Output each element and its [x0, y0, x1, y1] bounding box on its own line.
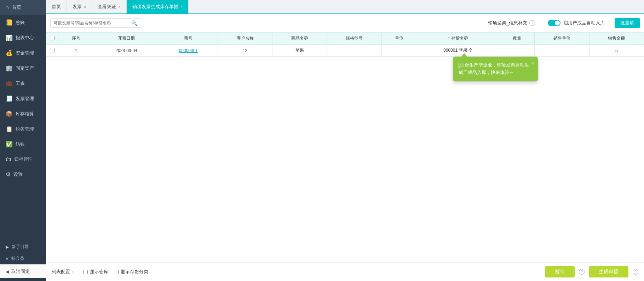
sidebar-item-member[interactable]: V 畅会员: [0, 253, 46, 264]
content-area: 🔍 销项发票_信息补充 ? 启用产成品自动入库 批量填: [46, 14, 644, 281]
sidebar-item-label: 新手引导: [12, 244, 29, 250]
toggle-wrapper: 启用产成品自动入库: [548, 20, 605, 26]
header-customer: 客户名称: [218, 33, 272, 45]
sidebar-item-label: 发票管理: [16, 96, 34, 102]
invoice-number-link[interactable]: 00000001: [179, 48, 198, 53]
cancel-fixed-label: 取消固定: [11, 268, 30, 275]
row-checkbox-cell: [46, 45, 58, 57]
sidebar-item-archive[interactable]: 🗂 归档管理: [0, 152, 46, 167]
sidebar-item-label: 工资: [16, 80, 25, 87]
sidebar-item-label: 资金管理: [16, 50, 34, 56]
header-seq: 序号: [58, 33, 94, 45]
sidebar-item-settlement[interactable]: ✅ 结账: [0, 137, 46, 152]
tab-invoice-label: 发票: [73, 4, 82, 10]
bottom-bar: 列表配置： 显示仓库 显示存货分类 暂存 ? 生成单据 ?: [46, 262, 644, 281]
tab-bar: 首页 发票 × 查看凭证 × 销项发票生成库存单据 ×: [46, 0, 644, 14]
row-date: 2023-03-04: [94, 45, 159, 57]
sidebar-item-fixed-assets[interactable]: 🏢 固定资产: [0, 61, 46, 76]
tab-cancel-invoice-close[interactable]: ×: [180, 5, 183, 9]
sidebar-item-report-center[interactable]: 📊 报表中心: [0, 30, 46, 45]
row-spec: [327, 45, 381, 57]
sidebar-item-inventory[interactable]: 📦 库存核算: [0, 106, 46, 121]
table-row: 1 2023-03-04 00000001 12 苹果 000001 苹果 个 …: [46, 45, 644, 57]
tooltip-popup: × |适合生产型企业，销项发票自动生成产成品入库，快来体验～: [453, 57, 538, 81]
tab-cancel-invoice[interactable]: 销项发票生成库存单据 ×: [127, 0, 189, 13]
cancel-fixed-button[interactable]: ◀ 取消固定: [0, 264, 46, 278]
tooltip-close-button[interactable]: ×: [531, 59, 534, 67]
row-unit: [381, 45, 417, 57]
tab-view-voucher-label: 查看凭证: [98, 4, 116, 10]
info-icon[interactable]: ?: [529, 20, 535, 26]
save-info-icon[interactable]: ?: [579, 269, 585, 275]
info-label-area: 销项发票_信息补充 ?: [488, 20, 535, 26]
sidebar-item-payroll[interactable]: 💼 工资: [0, 76, 46, 91]
auto-warehouse-toggle[interactable]: [548, 20, 560, 26]
show-category-checkbox[interactable]: [114, 270, 119, 274]
sidebar-item-label: 固定资产: [16, 65, 34, 71]
header-product: 商品名称: [272, 33, 327, 45]
info-text: 销项发票_信息补充: [488, 20, 527, 26]
save-button[interactable]: 暂存: [545, 266, 575, 277]
sidebar-item-fund-management[interactable]: 💰 资金管理: [0, 45, 46, 61]
header-inventory: * 存货名称: [417, 33, 499, 45]
tab-view-voucher[interactable]: 查看凭证 ×: [92, 0, 126, 13]
archive-icon: 🗂: [6, 156, 11, 162]
sidebar-item-home[interactable]: ⌂ 首页: [0, 0, 46, 15]
tax-icon: 📋: [6, 126, 13, 132]
tab-home-label: 首页: [52, 4, 61, 10]
search-icon: 🔍: [131, 20, 137, 26]
sidebar-item-new-guide[interactable]: ▶ 新手引导: [0, 241, 46, 253]
list-config-label: 列表配置：: [52, 269, 75, 275]
tab-cancel-invoice-label: 销项发票生成库存单据: [132, 4, 178, 10]
show-warehouse-text: 显示仓库: [90, 269, 108, 275]
sidebar-item-label: 税务管理: [16, 126, 34, 132]
sidebar: ⌂ 首页 📒 总账 📊 报表中心 💰 资金管理 🏢 固定资产 💼 工资 🧾 发票…: [0, 0, 46, 281]
row-inventory[interactable]: 000001 苹果 个: [417, 45, 499, 57]
show-warehouse-label[interactable]: 显示仓库: [83, 269, 108, 275]
header-number: 票号: [159, 33, 218, 45]
toolbar: 🔍 销项发票_信息补充 ? 启用产成品自动入库 批量填: [46, 14, 644, 32]
bottom-actions: 暂存 ? 生成单据 ?: [545, 266, 638, 277]
row-number[interactable]: 00000001: [159, 45, 218, 57]
header-date: 开票日期: [94, 33, 159, 45]
row-price[interactable]: [535, 45, 589, 57]
row-checkbox[interactable]: [50, 48, 54, 52]
generate-info-icon[interactable]: ?: [633, 269, 638, 275]
show-warehouse-checkbox[interactable]: [83, 270, 88, 274]
header-unit: 单位: [381, 33, 417, 45]
sidebar-item-general-ledger[interactable]: 📒 总账: [0, 15, 46, 30]
sidebar-item-tax-management[interactable]: 📋 税务管理: [0, 121, 46, 137]
tab-invoice[interactable]: 发票 ×: [67, 0, 92, 13]
guide-icon: ▶: [6, 245, 9, 250]
header-price: 销售单价: [535, 33, 589, 45]
settlement-icon: ✅: [6, 141, 13, 148]
row-customer: 12: [218, 45, 272, 57]
member-icon: V: [6, 256, 8, 261]
tooltip-text: 适合生产型企业，销项发票自动生成产成品入库，快来体验～: [459, 62, 529, 75]
select-all-checkbox[interactable]: [50, 36, 54, 40]
settings-icon: ⚙: [6, 171, 11, 178]
generate-button[interactable]: 生成单据: [589, 266, 628, 277]
sidebar-item-settings[interactable]: ⚙ 设置: [0, 167, 46, 182]
sidebar-item-label: 首页: [12, 4, 21, 11]
header-qty: 数量: [499, 33, 535, 45]
row-product: 苹果: [272, 45, 327, 57]
toggle-knob: [555, 21, 560, 25]
sidebar-item-label: 报表中心: [16, 35, 34, 41]
report-icon: 📊: [6, 34, 13, 41]
search-input[interactable]: [53, 21, 131, 25]
home-icon: ⌂: [6, 4, 9, 11]
sidebar-item-invoice-management[interactable]: 🧾 发票管理: [0, 91, 46, 106]
row-qty[interactable]: [499, 45, 535, 57]
table-header-row: 序号 开票日期 票号 客户名称 商品名称 规格型号 单位 * 存货名称 数量 销…: [46, 33, 644, 45]
tab-view-voucher-close[interactable]: ×: [118, 5, 120, 9]
sidebar-item-label: 设置: [13, 171, 23, 178]
cancel-fixed-icon: ◀: [6, 269, 9, 274]
invoice-icon: 🧾: [6, 95, 13, 102]
tooltip-cursor: |: [459, 63, 459, 68]
show-category-label[interactable]: 显示存货分类: [114, 269, 148, 275]
assets-icon: 🏢: [6, 65, 13, 71]
batch-fill-button[interactable]: 批量填: [615, 18, 640, 28]
tab-invoice-close[interactable]: ×: [84, 5, 86, 9]
tab-home[interactable]: 首页: [46, 0, 67, 13]
